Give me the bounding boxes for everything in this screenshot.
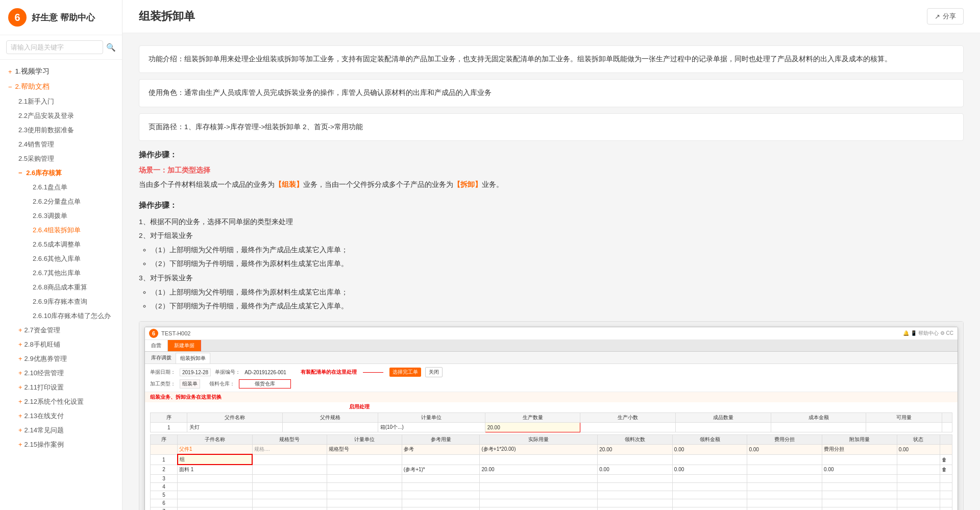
sidebar-item-finance[interactable]: +2.7资金管理 bbox=[10, 323, 122, 337]
step-3-2: （2）下部明细为子件明细，最终作为产成品生成某它入库单。 bbox=[151, 300, 964, 313]
sidebar-item-inventory[interactable]: − 2.6库存核算 bbox=[10, 166, 122, 180]
btn-select-form[interactable]: 选择完工单 bbox=[389, 368, 421, 377]
page-title: 组装拆卸单 bbox=[139, 9, 195, 24]
sidebar-item-faq[interactable]: +2.14常见问题 bbox=[10, 423, 122, 438]
sidebar-item-268[interactable]: 2.6.8商品成本重算 bbox=[24, 280, 122, 295]
screenshot-container: 6 TEST-H002 🔔 📱 帮助中心 ⚙ CC 自营 新建单据 库存调拨 bbox=[139, 321, 964, 510]
sidebar-sub-docs: 2.1新手入门 2.2产品安装及登录 2.3使用前数据准备 2.4销售管理 2.… bbox=[0, 94, 122, 452]
search-input[interactable] bbox=[6, 40, 103, 54]
form-label-billno: 单据编号： bbox=[215, 369, 240, 376]
sidebar-item-video[interactable]: + 1.视频学习 bbox=[0, 64, 122, 79]
sidebar-item-mobile[interactable]: +2.8手机旺铺 bbox=[10, 337, 122, 352]
sidebar: 6 好生意 帮助中心 🔍 + 1.视频学习 − 2.帮助文档 2.1新手入门 bbox=[0, 0, 122, 510]
sidebar-item-265[interactable]: 2.6.5成本调整单 bbox=[24, 237, 122, 252]
ops-title: 操作步骤： bbox=[139, 150, 964, 160]
btn-close[interactable]: 关闭 bbox=[425, 367, 443, 377]
step-3: 3、对于拆装业务 （1）上部明细为父件明细，最终作为原材料生成某它出库单； （2… bbox=[139, 272, 964, 313]
sidebar-item-online-pay[interactable]: +2.13在线支付 bbox=[10, 409, 122, 423]
inner-upper-table: 序 父件名称 父件规格 计量单位 生产数量 生产小数 成品数量 成本金额 可用量 bbox=[150, 412, 952, 432]
role-intro-block: 使用角色：通常由生产人员或库管人员完成拆装业务的操作，库管人员确认原材料的出库和… bbox=[139, 79, 964, 107]
article: 功能介绍：组装拆卸单用来处理企业组装或拆卸等加工业务，支持有固定装配清单的产品加… bbox=[122, 33, 980, 510]
steps-list: 1、根据不同的业务，选择不同单据的类型来处理 2、对于组装业务 （1）上部明细为… bbox=[139, 215, 964, 313]
sidebar-item-coupon[interactable]: +2.9优惠券管理 bbox=[10, 352, 122, 366]
step-3-1: （1）上部明细为父件明细，最终作为原材料生成某它出库单； bbox=[151, 286, 964, 299]
sidebar-item-cases[interactable]: +2.15操作案例 bbox=[10, 438, 122, 452]
sidebar-item-system[interactable]: +2.12系统个性化设置 bbox=[10, 395, 122, 409]
inner-lower-table: 序 子件名称 规格型号 计量单位 参考用量 实际用量 领料次数 领料金额 费用分… bbox=[150, 434, 952, 510]
sidebar-item-263[interactable]: 2.6.3调拨单 bbox=[24, 209, 122, 223]
inner-tabs: 自营 新建单据 bbox=[145, 340, 958, 352]
sidebar-item-prepare[interactable]: 2.3使用前数据准备 bbox=[10, 123, 122, 137]
inner-upper-table-wrap: 序 父件名称 父件规格 计量单位 生产数量 生产小数 成品数量 成本金额 可用量 bbox=[145, 411, 958, 433]
sidebar-item-sales[interactable]: 2.4销售管理 bbox=[10, 137, 122, 152]
inner-app-icons: 🔔 📱 帮助中心 ⚙ CC bbox=[903, 330, 953, 337]
form-billno: AD-20191226-001 bbox=[244, 370, 286, 375]
scene-desc: 当由多个子件材料组装成一个成品的业务为【组装】业务，当由一个父件拆分成多个子产品… bbox=[139, 178, 964, 191]
form-label-warehouse: 领料仓库： bbox=[209, 380, 235, 387]
chaizhuo-highlight: 【拆卸】 bbox=[453, 181, 482, 188]
sidebar-item-ops[interactable]: +2.10经营管理 bbox=[10, 366, 122, 380]
search-bar: 🔍 bbox=[0, 35, 122, 60]
step-2: 2、对于组装业务 （1）上部明细为父件明细，最终作为产成品生成某它入库单； （2… bbox=[139, 229, 964, 271]
annotation-3: 启用处理 bbox=[145, 402, 958, 411]
sidebar-item-261[interactable]: 2.6.1盘点单 bbox=[24, 180, 122, 195]
topbar: 组装拆卸单 ↗ 分享 bbox=[122, 0, 980, 33]
form-warehouse: 领货仓库 bbox=[239, 379, 291, 388]
sidebar-item-266[interactable]: 2.6.6其他入库单 bbox=[24, 252, 122, 266]
arrow-line-1 bbox=[363, 372, 383, 373]
sidebar-item-262[interactable]: 2.6.2分量盘点单 bbox=[24, 195, 122, 209]
zuzhuang-highlight: 【组装】 bbox=[275, 181, 303, 188]
form-date: 2019-12-28 bbox=[180, 369, 211, 376]
annotation-2: 组装业务、拆卸业务在这里切换 bbox=[145, 392, 958, 402]
sidebar-item-print[interactable]: +2.11打印设置 bbox=[10, 380, 122, 395]
sidebar-sub-inventory: 2.6.1盘点单 2.6.2分量盘点单 2.6.3调拨单 2.6.4组装拆卸单 … bbox=[10, 180, 122, 323]
plus-icon: + bbox=[8, 68, 12, 76]
sidebar-item-new-user[interactable]: 2.1新手入门 bbox=[10, 94, 122, 109]
feature-intro-block: 功能介绍：组装拆卸单用来处理企业组装或拆卸等加工业务，支持有固定装配清单的产品加… bbox=[139, 45, 964, 73]
share-icon: ↗ bbox=[935, 13, 940, 20]
search-icon[interactable]: 🔍 bbox=[106, 43, 116, 52]
path-intro-block: 页面路径：1、库存核算->库存管理->组装拆卸单 2、首页->常用功能 bbox=[139, 113, 964, 141]
nav-tree: + 1.视频学习 − 2.帮助文档 2.1新手入门 2.2产品安装及登录 2.3… bbox=[0, 60, 122, 510]
main-content: 组装拆卸单 ↗ 分享 功能介绍：组装拆卸单用来处理企业组装或拆卸等加工业务，支持… bbox=[122, 0, 980, 510]
form-type: 组装单 bbox=[180, 379, 200, 388]
steps-title: 操作步骤： bbox=[139, 201, 964, 210]
inner-subtab-2[interactable]: 组装拆卸单 bbox=[176, 353, 210, 363]
sidebar-item-purchase[interactable]: 2.5采购管理 bbox=[10, 152, 122, 166]
inner-lower-table-wrap: 序 子件名称 规格型号 计量单位 参考用量 实际用量 领料次数 领料金额 费用分… bbox=[145, 433, 958, 510]
step-2-2: （2）下部明细为子件明细，最终作为原材料生成某它出库单。 bbox=[151, 257, 964, 271]
inner-form-header: 单据日期： 2019-12-28 单据编号： AD-20191226-001 有… bbox=[145, 364, 958, 392]
sidebar-item-label: 1.视频学习 bbox=[15, 67, 50, 76]
inner-app-id: TEST-H002 bbox=[161, 330, 190, 336]
sidebar-item-label: 2.帮助文档 bbox=[15, 82, 50, 91]
inner-topbar: 6 TEST-H002 🔔 📱 帮助中心 ⚙ CC bbox=[145, 327, 958, 340]
inner-tab-ziyying[interactable]: 自营 bbox=[145, 340, 168, 351]
sidebar-item-install[interactable]: 2.2产品安装及登录 bbox=[10, 109, 122, 123]
step-1: 1、根据不同的业务，选择不同单据的类型来处理 bbox=[139, 215, 964, 229]
annotation-1: 有装配清单的在这里处理 bbox=[301, 369, 357, 376]
inner-tab-new[interactable]: 新建单据 bbox=[168, 340, 201, 351]
inner-subtab-1[interactable]: 库存调拨 bbox=[147, 353, 176, 363]
sidebar-item-2610[interactable]: 2.6.10库存账本错了怎么办 bbox=[24, 309, 122, 323]
logo-area: 6 好生意 帮助中心 bbox=[0, 0, 122, 35]
sidebar-item-269[interactable]: 2.6.9库存账本查询 bbox=[24, 295, 122, 309]
form-label-date: 单据日期： bbox=[150, 369, 176, 376]
logo-icon: 6 bbox=[8, 8, 27, 27]
sidebar-item-264[interactable]: 2.6.4组装拆卸单 bbox=[24, 223, 122, 237]
sidebar-item-267[interactable]: 2.6.7其他出库单 bbox=[24, 266, 122, 280]
form-label-type: 加工类型： bbox=[150, 380, 176, 387]
sidebar-item-docs[interactable]: − 2.帮助文档 bbox=[0, 79, 122, 94]
logo-text: 好生意 帮助中心 bbox=[32, 12, 95, 23]
share-button[interactable]: ↗ 分享 bbox=[927, 8, 964, 25]
inner-sub-tabs: 库存调拨 组装拆卸单 bbox=[145, 352, 958, 364]
scene-title: 场景一：加工类型选择 bbox=[139, 166, 964, 175]
step-2-1: （1）上部明细为父件明细，最终作为产成品生成某它入库单； bbox=[151, 244, 964, 257]
inner-logo: 6 bbox=[149, 329, 158, 338]
minus-icon: − bbox=[8, 83, 12, 91]
